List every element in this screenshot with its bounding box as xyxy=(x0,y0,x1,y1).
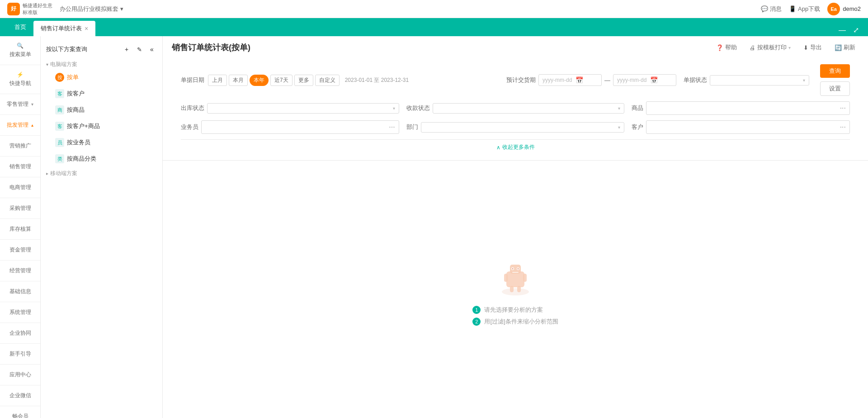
sidebar-item-enterprise-collab[interactable]: 企业协同 xyxy=(0,323,40,344)
expected-date-end[interactable]: yyyy-mm-dd 📅 xyxy=(613,74,676,86)
sidebar-item-operation[interactable]: 经营管理 xyxy=(0,261,40,281)
sidebar-item-sales[interactable]: 销售管理 xyxy=(0,157,40,177)
svg-rect-9 xyxy=(523,274,527,282)
refresh-button[interactable]: 🔄 刷新 xyxy=(831,42,859,53)
sidebar-item-app-center[interactable]: 应用中心 xyxy=(0,365,40,385)
date-btn-more[interactable]: 更多 xyxy=(294,75,313,86)
pc-expand-icon: ▾ xyxy=(46,62,48,67)
date-btn-last-month[interactable]: 上月 xyxy=(208,75,227,86)
pc-section[interactable]: ▾ 电脑端方案 xyxy=(41,58,162,69)
customer-group: 客户 ··· xyxy=(632,120,850,134)
help-button[interactable]: ❓ 帮助 xyxy=(712,42,741,53)
dept-group: 部门 ▾ xyxy=(406,122,625,133)
scheme-by-customer-product[interactable]: 客 按客户+商品 xyxy=(41,118,162,134)
query-button[interactable]: 查询 xyxy=(820,64,850,78)
date-label: 单据日期 xyxy=(181,76,204,84)
salesperson-label: 业务员 xyxy=(181,123,198,131)
dept-select[interactable]: ▾ xyxy=(421,122,625,133)
svg-point-6 xyxy=(518,268,519,269)
collapse-panel-button[interactable]: « xyxy=(147,44,157,54)
expected-date-start[interactable]: yyyy-mm-dd 📅 xyxy=(538,74,602,86)
logo-text: 畅捷通好生意 标准版 xyxy=(23,2,52,15)
export-button[interactable]: ⬇ 导出 xyxy=(800,42,826,53)
app-download-button[interactable]: 📱 App下载 xyxy=(789,5,820,13)
by-customer-icon: 客 xyxy=(55,89,64,98)
scheme-by-customer[interactable]: 客 按客户 xyxy=(41,86,162,102)
scheme-by-category[interactable]: 类 按商品分类 xyxy=(41,151,162,167)
app-selector[interactable]: 办公用品行业模拟账套 ▾ xyxy=(56,3,127,15)
sidebar-item-member[interactable]: 畅会员 xyxy=(0,406,40,418)
mobile-section[interactable]: ▸ 移动端方案 xyxy=(41,167,162,178)
hint-num-2: 2 xyxy=(472,318,481,326)
svg-rect-10 xyxy=(510,286,514,292)
tab-home[interactable]: 首页 xyxy=(7,18,33,36)
sidebar-item-inventory[interactable]: 库存核算 xyxy=(0,219,40,240)
page-title: 销售订单统计表(按单) xyxy=(172,42,250,53)
scheme-by-salesperson[interactable]: 员 按业务员 xyxy=(41,134,162,151)
date-btn-this-year[interactable]: 本年 xyxy=(250,75,269,86)
calendar-start-icon[interactable]: 📅 xyxy=(576,76,583,84)
customer-input[interactable]: ··· xyxy=(646,120,850,134)
sidebar-item-enterprise-wechat[interactable]: 企业微信 xyxy=(0,385,40,406)
product-dots-icon[interactable]: ··· xyxy=(840,104,846,112)
date-btn-7days[interactable]: 近7天 xyxy=(270,75,292,86)
logo-area: 好 畅捷通好生意 标准版 xyxy=(7,2,52,15)
empty-illustration xyxy=(493,253,538,299)
out-status-select[interactable]: ▾ xyxy=(207,103,399,114)
calendar-end-icon[interactable]: 📅 xyxy=(650,76,658,84)
sidebar-item-purchase[interactable]: 采购管理 xyxy=(0,198,40,219)
scheme-by-order[interactable]: 按 按单 xyxy=(41,69,162,86)
search-menu-icon: 🔍 xyxy=(17,43,24,49)
print-button[interactable]: 🖨 按模板打印 ▾ xyxy=(746,42,794,53)
filter-row-1: 单据日期 上月 本月 本年 近7天 更多 自定义 2023-01-01 至 20… xyxy=(181,64,850,96)
tab-sales-order[interactable]: 销售订单统计表 × xyxy=(33,21,95,36)
date-btn-custom[interactable]: 自定义 xyxy=(315,75,340,86)
top-bar-right: 💬 消息 📱 App下载 Ea demo2 xyxy=(761,3,861,15)
receive-status-select[interactable]: ▾ xyxy=(433,103,625,114)
sidebar-item-quicknav[interactable]: ⚡ 快捷导航 xyxy=(0,65,40,94)
scheme-by-product[interactable]: 商 按商品 xyxy=(41,102,162,118)
sidebar-item-marketing[interactable]: 营销推广 xyxy=(0,136,40,157)
export-icon: ⬇ xyxy=(803,44,808,51)
edit-scheme-button[interactable]: ✎ xyxy=(134,44,144,54)
sidebar-item-retail[interactable]: 零售管理 ▾ xyxy=(0,94,40,115)
customer-dots-icon[interactable]: ··· xyxy=(840,123,846,131)
reset-button[interactable]: 设置 xyxy=(820,81,850,96)
sidebar-item-basic-info[interactable]: 基础信息 xyxy=(0,281,40,302)
sidebar-item-search[interactable]: 🔍 搜索菜单 xyxy=(0,36,40,65)
expected-date-label: 预计交货期 xyxy=(506,76,536,84)
sidebar-item-newbie[interactable]: 新手引导 xyxy=(0,344,40,365)
user-name: demo2 xyxy=(843,5,861,12)
salesperson-dots-icon[interactable]: ··· xyxy=(389,123,395,131)
product-group: 商品 ··· xyxy=(632,101,850,115)
logo-icon: 好 xyxy=(7,3,20,15)
tab-bar: 首页 销售订单统计表 × — ⤢ xyxy=(0,18,868,36)
empty-state: 1 请先选择要分析的方案 2 用[过滤]条件来缩小分析范围 xyxy=(163,161,868,418)
add-scheme-button[interactable]: + xyxy=(122,44,132,54)
salesperson-input[interactable]: ··· xyxy=(201,120,399,134)
tab-minimize-button[interactable]: — xyxy=(837,24,848,36)
by-category-icon: 类 xyxy=(55,154,64,163)
content-area: 按以下方案查询 + ✎ « ▾ 电脑端方案 xyxy=(41,36,868,418)
sidebar-item-system[interactable]: 系统管理 xyxy=(0,302,40,323)
receive-status-group: 收款状态 ▾ xyxy=(406,103,625,114)
user-area[interactable]: Ea demo2 xyxy=(827,3,861,15)
svg-rect-11 xyxy=(517,286,521,292)
message-button[interactable]: 💬 消息 xyxy=(761,5,782,13)
sidebar-item-wholesale[interactable]: 批发管理 ▴ xyxy=(0,115,40,136)
sidebar-item-ecommerce[interactable]: 电商管理 xyxy=(0,177,40,198)
collapse-bar[interactable]: ∧ 收起更多条件 xyxy=(181,139,850,155)
status-select[interactable]: ▾ xyxy=(710,75,809,86)
date-btn-this-month[interactable]: 本月 xyxy=(229,75,248,86)
sidebar-item-finance[interactable]: 资金管理 xyxy=(0,240,40,261)
refresh-icon: 🔄 xyxy=(835,44,842,51)
tab-close-icon[interactable]: × xyxy=(85,25,88,32)
tab-maximize-button[interactable]: ⤢ xyxy=(851,24,861,36)
svg-point-5 xyxy=(512,268,514,269)
left-panel: 按以下方案查询 + ✎ « ▾ 电脑端方案 xyxy=(41,36,163,418)
empty-hint-2: 2 用[过滤]条件来缩小分析范围 xyxy=(472,318,558,326)
receive-status-label: 收款状态 xyxy=(406,104,430,112)
product-input[interactable]: ··· xyxy=(646,101,850,115)
empty-hint-1: 1 请先选择要分析的方案 xyxy=(472,306,558,314)
quicknav-icon: ⚡ xyxy=(17,71,24,78)
